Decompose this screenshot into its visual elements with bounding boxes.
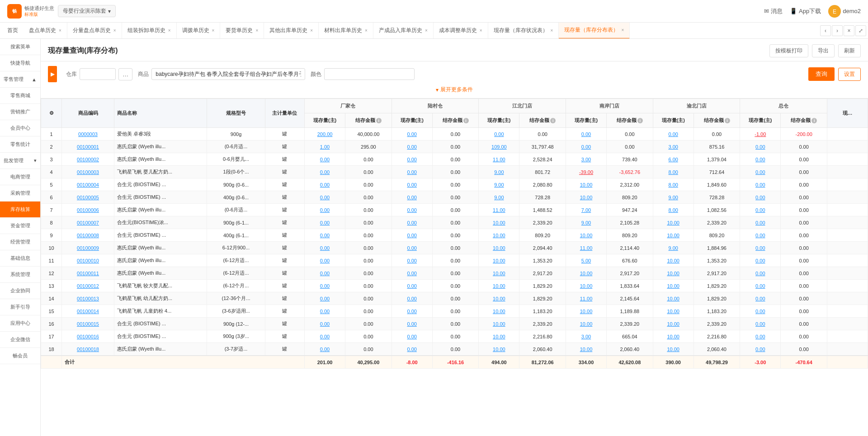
cell-code[interactable]: 00100009 xyxy=(62,242,114,254)
cell-w1-qty[interactable]: 1.00 xyxy=(305,141,345,153)
cell-w5-qty[interactable]: 0.00 xyxy=(653,128,693,141)
tab-qitachu[interactable]: 其他出库单历史 × xyxy=(264,23,319,39)
sidebar-item-guide[interactable]: 新手引导 xyxy=(0,299,40,315)
cell-total-qty[interactable]: 0.00 xyxy=(740,305,781,318)
tab-close-fenliang[interactable]: × xyxy=(113,28,116,33)
cell-code[interactable]: 00100014 xyxy=(62,305,114,318)
tab-chancheng[interactable]: 产成品入库单历史 × xyxy=(373,23,434,39)
cell-w3-qty[interactable]: 10.00 xyxy=(479,216,519,229)
cell-w2-qty[interactable]: 0.00 xyxy=(392,204,432,216)
cell-w5-qty[interactable]: 10.00 xyxy=(653,330,693,343)
info-lucun-amt[interactable]: i xyxy=(463,118,469,123)
cell-w1-qty[interactable]: 0.00 xyxy=(305,305,345,318)
tab-close-kucun-fenbiao[interactable]: × xyxy=(621,28,624,33)
cell-w4-qty[interactable]: 9.00 xyxy=(566,216,607,229)
cell-total-qty[interactable]: 0.00 xyxy=(740,254,781,267)
cell-w2-qty[interactable]: 0.00 xyxy=(392,191,432,204)
cell-w4-qty[interactable]: 11.00 xyxy=(566,242,607,254)
cell-w3-qty[interactable]: 10.00 xyxy=(479,229,519,242)
cell-w4-qty[interactable]: 7.00 xyxy=(566,204,607,216)
tab-yaohuo[interactable]: 要货单历史 × xyxy=(220,23,264,39)
cell-w4-qty[interactable]: 11.00 xyxy=(566,292,607,305)
cell-w1-qty[interactable]: 0.00 xyxy=(305,153,345,166)
cell-w2-qty[interactable]: 0.00 xyxy=(392,330,432,343)
cell-total-qty[interactable]: 0.00 xyxy=(740,191,781,204)
tab-close-yaohuo[interactable]: × xyxy=(255,28,258,33)
info-nanan-amt[interactable]: i xyxy=(637,118,643,123)
cell-w1-qty[interactable]: 0.00 xyxy=(305,330,345,343)
cell-w5-qty[interactable]: 10.00 xyxy=(653,280,693,292)
tab-pandian[interactable]: 盘点单历史 × xyxy=(24,23,67,39)
sidebar-item-app-center[interactable]: 应用中心 xyxy=(0,315,40,332)
cell-total-qty[interactable]: 0.00 xyxy=(740,178,781,191)
cell-total-qty[interactable]: 0.00 xyxy=(740,229,781,242)
cell-w3-qty[interactable]: 109.00 xyxy=(479,141,519,153)
warehouse-ellipsis-btn[interactable]: … xyxy=(118,68,132,80)
cell-w5-qty[interactable]: 8.00 xyxy=(653,166,693,178)
cell-w1-qty[interactable]: 0.00 xyxy=(305,204,345,216)
cell-w2-qty[interactable]: 0.00 xyxy=(392,280,432,292)
cell-code[interactable]: 00100012 xyxy=(62,280,114,292)
sidebar-item-wechat[interactable]: 企业微信 xyxy=(0,332,40,348)
cell-w4-qty[interactable]: 5.00 xyxy=(566,254,607,267)
cell-w3-qty[interactable]: 10.00 xyxy=(479,292,519,305)
cell-w5-qty[interactable]: 6.00 xyxy=(653,153,693,166)
cell-w2-qty[interactable]: 0.00 xyxy=(392,229,432,242)
cell-w1-qty[interactable]: 0.00 xyxy=(305,318,345,330)
cell-w4-qty[interactable]: 10.00 xyxy=(566,267,607,280)
color-input[interactable] xyxy=(324,68,415,80)
cell-code[interactable]: 00100002 xyxy=(62,153,114,166)
cell-w4-qty[interactable]: 10.00 xyxy=(566,305,607,318)
cell-w2-qty[interactable]: 0.00 xyxy=(392,267,432,280)
product-input[interactable] xyxy=(151,68,305,80)
print-btn[interactable]: 按模板打印 xyxy=(769,44,808,57)
cell-code[interactable]: 00100008 xyxy=(62,229,114,242)
cell-code[interactable]: 00100016 xyxy=(62,330,114,343)
sidebar-item-system[interactable]: 系统管理 xyxy=(0,267,40,283)
cell-w3-qty[interactable]: 10.00 xyxy=(479,280,519,292)
cell-w4-qty[interactable]: 10.00 xyxy=(566,343,607,356)
cell-w4-qty[interactable]: 10.00 xyxy=(566,229,607,242)
info-totalcang-amt[interactable]: i xyxy=(811,118,817,123)
cell-w4-qty[interactable]: 0.00 xyxy=(566,128,607,141)
cell-w4-qty[interactable]: 0.00 xyxy=(566,141,607,153)
warehouse-input[interactable] xyxy=(80,68,116,80)
sidebar-item-ecommerce[interactable]: 电商管理 xyxy=(0,169,40,185)
cell-w3-qty[interactable]: 9.00 xyxy=(479,191,519,204)
nav-prev-btn[interactable]: ‹ xyxy=(820,25,831,36)
tab-kucun-fenbiao[interactable]: 现存量（库存分布表） × xyxy=(559,23,630,39)
cell-w2-qty[interactable]: 0.00 xyxy=(392,242,432,254)
nav-close-btn[interactable]: × xyxy=(844,25,854,36)
th-gear[interactable]: ⚙ xyxy=(41,99,62,128)
cell-w3-qty[interactable]: 10.00 xyxy=(479,318,519,330)
cell-w5-qty[interactable]: 10.00 xyxy=(653,343,693,356)
tab-close-cailiao[interactable]: × xyxy=(365,28,368,33)
cell-w4-qty[interactable]: 10.00 xyxy=(566,280,607,292)
cell-code[interactable]: 00100004 xyxy=(62,178,114,191)
cell-w1-qty[interactable]: 0.00 xyxy=(305,280,345,292)
cell-w1-qty[interactable]: 200.00 xyxy=(305,128,345,141)
cell-code[interactable]: 00100011 xyxy=(62,267,114,280)
sidebar-item-purchase[interactable]: 采购管理 xyxy=(0,185,40,202)
cell-w5-qty[interactable]: 8.00 xyxy=(653,204,693,216)
sidebar-item-retail-mgmt[interactable]: 零售管理▲ xyxy=(0,71,40,88)
sidebar-item-operations[interactable]: 经营管理 xyxy=(0,234,40,250)
sidebar-item-inventory[interactable]: 库存核算 xyxy=(0,202,40,218)
search-toggle-arrow[interactable]: ▶ xyxy=(48,66,57,82)
sidebar-item-search[interactable]: 搜索英单 xyxy=(0,39,40,55)
tab-diaob[interactable]: 调拨单历史 × xyxy=(177,23,221,39)
cell-w2-qty[interactable]: 0.00 xyxy=(392,254,432,267)
cell-total-qty[interactable]: 0.00 xyxy=(740,153,781,166)
cell-w3-qty[interactable]: 9.00 xyxy=(479,178,519,191)
cell-total-qty[interactable]: 0.00 xyxy=(740,216,781,229)
cell-total-qty[interactable]: 0.00 xyxy=(740,267,781,280)
cell-code[interactable]: 00100001 xyxy=(62,141,114,153)
cell-w4-qty[interactable]: -39.00 xyxy=(566,166,607,178)
cell-w5-qty[interactable]: 10.00 xyxy=(653,305,693,318)
industry-selector[interactable]: 母婴行业演示陈套 ▾ xyxy=(58,5,116,17)
cell-w3-qty[interactable]: 11.00 xyxy=(479,204,519,216)
tab-fenliang[interactable]: 分量盘点单历史 × xyxy=(67,23,122,39)
cell-total-qty[interactable]: 0.00 xyxy=(740,242,781,254)
cell-total-qty[interactable]: 0.00 xyxy=(740,292,781,305)
cell-w5-qty[interactable]: 10.00 xyxy=(653,292,693,305)
